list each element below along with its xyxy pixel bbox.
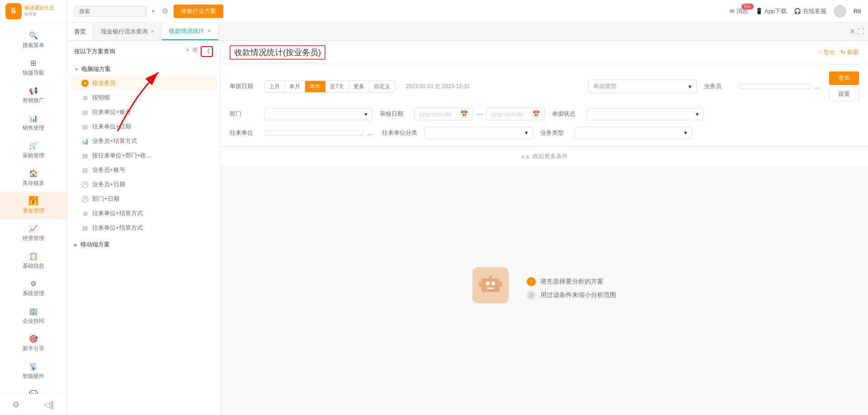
plan-settings-icon[interactable]: ⚙ [192,46,198,57]
tab-collection-stats-close[interactable]: ✕ [207,28,211,33]
settings-bottom-icon[interactable]: ⚙ [12,400,19,410]
sidebar-item-purchase[interactable]: 🛒 采购管理 [0,137,66,164]
empty-step-2: 2 用过滤条件来缩小分析范围 [527,291,616,300]
date-tab-prev-month[interactable]: 上月 [264,81,285,92]
trial-button[interactable]: 体验行业方案 [174,5,223,18]
doc-type-select[interactable]: 单据类型 ▾ [588,80,697,93]
plan-item-label: 业务员+账号 [92,166,125,174]
salesperson-ellipsis[interactable]: ... [814,82,820,90]
plan-item-salesperson-payment[interactable]: 📊 业务员+结算方式 [71,134,217,148]
sidebar-item-label: 系统管理 [23,290,44,297]
sidebar-item-guide[interactable]: 🎯 新手引导 [0,330,66,357]
plan-item-label: 业务员+结算方式 [92,137,137,145]
sidebar-item-quick-nav[interactable]: ⊞ 快捷导航 [0,54,66,81]
topbar-right: ✉ 消息 99+ 📱 App下载 🎧 在线客服 Rit [730,5,861,18]
sidebar-item-hardware[interactable]: 📡 智能硬件 [0,357,66,385]
salesperson-label: 业务员 [704,82,731,90]
topbar: ▾ ⚙ 体验行业方案 ✉ 消息 99+ 📱 App下载 🎧 在线客服 Rit [67,0,868,23]
plan-item-by-detail[interactable]: ⊞ 按明细 [71,90,217,105]
dept-select[interactable]: ▾ [264,108,373,120]
plan-item-label: 往来单位+日期 [92,123,131,131]
svg-rect-0 [481,278,500,292]
partner-category-select[interactable]: ▾ [425,127,533,139]
partner-select[interactable] [264,130,363,136]
close-tab-icon[interactable]: ✕ [849,27,855,36]
mobile-section-label: 移动端方案 [80,241,110,249]
desktop-section-title[interactable]: ▼ 电脑端方案 [71,62,217,76]
detail-icon: ⊞ [81,94,89,101]
partner-input-area: ... [264,129,375,137]
doc-type-label: 单据类型 [593,82,687,90]
dropdown-arrow-icon[interactable]: ▾ [152,8,155,14]
collapse-bar[interactable]: ∧∧ 收起更多条件 [221,146,868,166]
tab-collection-stats-label: 收款情况统计 [169,27,204,35]
maximize-tab-icon[interactable]: ⛶ [857,28,864,36]
business-type-select[interactable]: ▾ [575,127,692,139]
sidebar-item-marketing[interactable]: 📢 营销推广 [0,81,66,109]
plan-item-partner-account[interactable]: ▤ 往来单位+账号 [71,105,217,119]
sidebar-item-operations[interactable]: 📈 经营管理 [0,219,66,247]
page-titlebar-actions: ↑ 导出 ↻ 刷新 [819,48,859,57]
section-expand-icon: ▼ [74,67,79,72]
sidebar-item-label: 企业协同 [23,317,44,325]
messages-button[interactable]: ✉ 消息 99+ [730,7,748,15]
plan-item-partner-dept-collect[interactable]: ▤ 按往来单位+部门+收... [71,148,217,163]
date-range-display: 2023-01-01 至 2023-12-31 [406,83,470,90]
refresh-button[interactable]: ↻ 刷新 [840,48,859,57]
filter-row-3: 往来单位 ... 往来单位分类 ▾ 业务类型 [230,127,859,139]
house-icon: 🏠 [29,169,38,178]
sidebar-item-sales[interactable]: 📊 销售管理 [0,109,66,137]
date-tab-more[interactable]: 更多 [349,81,369,92]
tab-collection-stats[interactable]: 收款情况统计 ✕ [162,23,218,40]
date-tab-this-year[interactable]: 本年 [305,81,326,92]
sidebar-item-system[interactable]: ⚙ 系统管理 [0,274,66,302]
plan-item-salesperson-account[interactable]: ▤ 业务员+账号 [71,163,217,177]
calendar-icon-end[interactable]: 📅 [532,110,540,118]
salesperson-select[interactable] [738,84,811,89]
tab-bank-flow-close[interactable]: ✕ [151,29,154,34]
topbar-gear-icon[interactable]: ⚙ [162,7,168,15]
date-tab-custom[interactable]: 自定义 [369,81,395,92]
review-date-end-input[interactable]: yyyy-mm-dd 📅 [486,108,545,120]
date-tab-last7days[interactable]: 近7天 [326,81,349,92]
tab-home[interactable]: 首页 [67,23,94,40]
review-date-start-input[interactable]: yyyy-mm-dd 📅 [414,108,473,120]
message-icon: ✉ [730,8,735,14]
export-icon: ↑ [819,49,822,56]
sidebar-item-wechat[interactable]: 💬 企业微信 [0,385,66,394]
plan-item-partner-payment1[interactable]: ⊞ 往来单位+结算方式 [71,206,217,221]
sidebar-item-label: 采购管理 [23,152,44,160]
doc-status-select[interactable]: ▾ [586,108,704,120]
active-plan-icon: ● [81,80,89,87]
mobile-section-title[interactable]: ▶ 移动端方案 [71,238,217,251]
plan-item-partner-date[interactable]: ▤ 往来单位+日期 [71,119,217,134]
sidebar-item-basic[interactable]: 📋 基础信息 [0,247,66,274]
plan-item-partner-payment2[interactable]: ▤ 往来单位+结算方式 [71,221,217,235]
app-download-button[interactable]: 📱 App下载 [755,7,787,15]
partner-ellipsis[interactable]: ... [367,129,373,137]
plan-item-by-salesperson[interactable]: ● 按业务员 [71,76,217,90]
online-service-button[interactable]: 🎧 在线客服 [794,7,826,15]
plan-item-salesperson-date[interactable]: 🕐 业务员+日期 [71,177,217,192]
plan-item-dept-date[interactable]: 🕐 部门+日期 [71,192,217,206]
sidebar-item-search[interactable]: 🔍 搜索菜单 [0,26,66,54]
export-button[interactable]: ↑ 导出 [819,48,835,57]
chart-icon: 📊 [29,113,38,123]
date-tab-this-month[interactable]: 本月 [285,81,305,92]
tab-bank-flow[interactable]: 现金银行流水查询 ✕ [94,23,162,40]
sidebar-item-enterprise[interactable]: 🏢 企业协同 [0,302,66,330]
add-plan-icon[interactable]: + [186,46,189,57]
sidebar: 6 畅捷通好生意 标准版 🔍 搜索菜单 ⊞ 快捷导航 📢 营销推广 📊 销售管理… [0,0,67,415]
sidebar-item-inventory[interactable]: 🏠 库存核算 [0,164,66,192]
search-input[interactable] [74,6,146,17]
partner-category-label: 往来单位分类 [382,129,417,137]
plan-item-label: 往来单位+结算方式 [92,224,143,232]
tab-bank-flow-label: 现金银行流水查询 [101,28,148,36]
collapse-sidebar-icon[interactable]: ◁‖ [44,400,54,410]
collapse-panel-icon[interactable]: 《 [201,46,213,57]
query-button[interactable]: 查询 [829,71,859,85]
sidebar-item-finance[interactable]: 💰 资金管理 [0,192,66,219]
avatar[interactable] [834,5,846,18]
calendar-icon-start[interactable]: 📅 [460,110,468,118]
settings-button[interactable]: 设置 [829,87,859,101]
